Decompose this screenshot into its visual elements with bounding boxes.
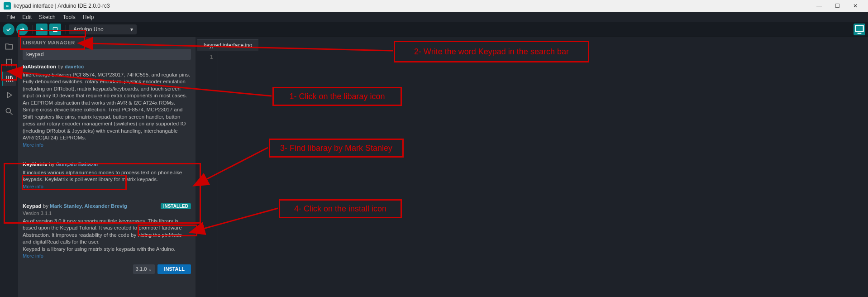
debug-button[interactable] [36, 24, 48, 35]
editor-tab[interactable]: keypad interface.ino [197, 39, 258, 51]
library-description: As of version 3.0 it now supports multip… [23, 218, 191, 253]
library-item-keypad[interactable]: INSTALLED Keypad by Mark Stanley, Alexan… [23, 203, 191, 273]
more-info-link[interactable]: More info [23, 184, 43, 189]
toolbar: Arduino Uno [0, 22, 868, 37]
menu-tools[interactable]: Tools [59, 13, 79, 21]
titlebar: ∞ keypad interface | Arduino IDE 2.0.0-r… [0, 0, 868, 12]
svg-point-16 [6, 108, 10, 113]
upload-button[interactable] [16, 24, 28, 35]
more-info-link[interactable]: More info [23, 253, 43, 259]
line-gutter: 1 [196, 51, 218, 297]
menu-help[interactable]: Help [79, 13, 98, 21]
debug-panel-icon[interactable] [2, 88, 16, 102]
svg-rect-1 [53, 27, 57, 31]
library-description: Interchange between PCF8574, MCP23017, 7… [23, 72, 191, 142]
library-manager-panel: LIBRARY MANAGER IoAbstraction by davetcc… [18, 37, 196, 297]
code-editor[interactable]: 1 [196, 51, 868, 297]
sidebar-nav [0, 37, 18, 297]
menu-file[interactable]: File [3, 13, 19, 21]
minimize-button[interactable]: — [810, 0, 828, 12]
boards-manager-icon[interactable] [2, 55, 16, 70]
library-panel-header: LIBRARY MANAGER [18, 37, 196, 47]
sketchbook-icon[interactable] [2, 39, 16, 53]
library-list[interactable]: IoAbstraction by davetcc Interchange bet… [18, 63, 196, 297]
board-selector[interactable]: Arduino Uno [69, 24, 137, 34]
svg-line-14 [12, 76, 13, 81]
svg-marker-0 [41, 27, 43, 31]
window-title: keypad interface | Arduino IDE 2.0.0-rc3 [14, 3, 110, 9]
library-item-keymatrix[interactable]: KeyMatrix by Gonçalo Baltazar It include… [23, 161, 191, 190]
library-description: It includes various alphanumeric modes t… [23, 169, 191, 183]
svg-marker-15 [8, 92, 12, 98]
version-select[interactable]: 3.1.0 ⌄ [133, 264, 155, 274]
more-info-link[interactable]: More info [23, 142, 43, 148]
menu-edit[interactable]: Edit [19, 13, 35, 21]
install-button[interactable]: INSTALL [157, 264, 191, 274]
svg-rect-4 [6, 60, 12, 65]
svg-line-17 [10, 113, 13, 115]
svg-rect-2 [855, 25, 863, 31]
library-manager-icon[interactable] [2, 72, 16, 86]
verify-button[interactable] [3, 24, 14, 35]
menu-sketch[interactable]: Sketch [35, 13, 59, 21]
editor-area: keypad interface.ino 1 [196, 37, 868, 297]
installed-badge: INSTALLED [161, 203, 191, 209]
menubar: File Edit Sketch Tools Help [0, 12, 868, 22]
library-version: Version 3.1.1 [23, 210, 191, 217]
close-button[interactable]: ✕ [846, 0, 864, 12]
app-icon: ∞ [4, 2, 11, 10]
library-item-ioabstraction[interactable]: IoAbstraction by davetcc Interchange bet… [23, 63, 191, 148]
debug-step-button[interactable] [49, 24, 61, 35]
serial-plotter-button[interactable] [854, 24, 865, 35]
editor-tabs: keypad interface.ino [196, 37, 868, 51]
library-search-input[interactable] [23, 49, 191, 60]
maximize-button[interactable]: ☐ [828, 0, 846, 12]
search-icon[interactable] [2, 104, 16, 119]
